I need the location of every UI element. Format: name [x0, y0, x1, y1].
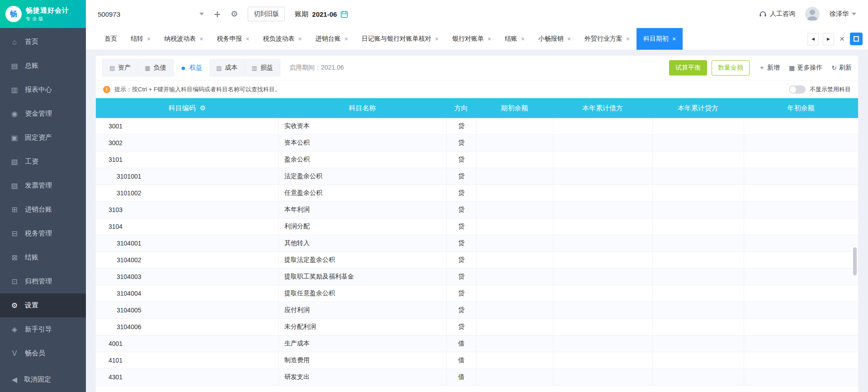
tab-close-icon[interactable]: ×	[298, 36, 302, 42]
brand-logo-icon: 畅	[5, 6, 22, 22]
subtab-label: 负债	[154, 64, 166, 72]
cell-name: 未分配利润	[278, 319, 446, 335]
sidebar-item-guide[interactable]: ◈新手引导	[0, 317, 86, 341]
calendar-icon	[340, 10, 348, 18]
cell-opening-balance	[476, 352, 553, 368]
tab-close-icon[interactable]: ×	[147, 36, 151, 42]
tabs-scroll-left-button[interactable]: ◀	[807, 33, 819, 45]
tab-银行对账单[interactable]: 银行对账单×	[445, 28, 498, 50]
cell-direction: 借	[446, 369, 476, 385]
table-row[interactable]: 3103本年利润贷	[96, 202, 858, 218]
table-row[interactable]: 3104005应付利润贷	[96, 302, 858, 319]
unpin-icon: ◀	[10, 375, 19, 384]
table-row[interactable]: 3002资本公积贷	[96, 135, 858, 151]
fullscreen-button[interactable]	[850, 33, 863, 45]
table-row[interactable]: 3104004提取任意盈余公积贷	[96, 285, 858, 302]
more-actions-icon: ▦	[789, 64, 795, 71]
sidebar-item-funds[interactable]: ◉资金管理	[0, 102, 86, 126]
sidebar-item-purchase-sale[interactable]: ⊞进销台账	[0, 198, 86, 222]
sidebar-item-payroll[interactable]: ▧工资	[0, 150, 86, 174]
sidebar-item-label: 新手引导	[25, 325, 52, 334]
user-menu[interactable]: 徐泽华	[830, 10, 856, 18]
tab-首页[interactable]: 首页	[98, 28, 124, 50]
tab-税负波动表[interactable]: 税负波动表×	[256, 28, 309, 50]
table-row[interactable]: 4301研发支出借	[96, 369, 858, 386]
tab-close-icon[interactable]: ×	[626, 36, 630, 42]
cell-code: 4001	[96, 335, 278, 352]
tabs-scroll-right-button[interactable]: ▶	[823, 33, 834, 45]
add-subject-button[interactable]: ＋ 新增	[759, 64, 780, 72]
table-row[interactable]: 3101002任意盈余公积贷	[96, 185, 858, 202]
subtab-profit-loss[interactable]: ▥损益	[245, 59, 280, 76]
sidebar-item-fixed-assets[interactable]: ▣固定资产	[0, 126, 86, 150]
sidebar-item-report-center[interactable]: ▥报表中心	[0, 78, 86, 102]
human-support-button[interactable]: 人工咨询	[759, 10, 795, 18]
more-actions-button[interactable]: ▦ 更多操作	[789, 64, 822, 72]
cell-ytd-credit	[652, 168, 744, 184]
subtab-cost[interactable]: ▨成本	[209, 59, 245, 76]
table-row[interactable]: 3104利润分配贷	[96, 218, 858, 235]
hide-disabled-subjects-toggle[interactable]	[789, 85, 806, 94]
table-row[interactable]: 3101盈余公积贷	[96, 151, 858, 168]
sidebar-item-tax[interactable]: ⊟税务管理	[0, 222, 86, 246]
add-account-set-button[interactable]: +	[214, 8, 221, 20]
sidebar-item-home[interactable]: ⌂首页	[0, 30, 86, 54]
table-row[interactable]: 4001生产成本借	[96, 335, 858, 352]
table-row[interactable]: 3104001其他转入贷	[96, 235, 858, 252]
accounting-period-control[interactable]: 账期 2021-06	[295, 10, 348, 19]
tab-close-icon[interactable]: ×	[521, 36, 524, 42]
sidebar-item-invoice[interactable]: ▨发票管理	[0, 174, 86, 198]
sidebar-item-archive[interactable]: ⊡归档管理	[0, 269, 86, 293]
switch-old-version-button[interactable]: 切到旧版	[248, 7, 285, 21]
column-header-ytd-debit: 本年累计借方	[553, 104, 652, 113]
tab-小畅报销[interactable]: 小畅报销×	[532, 28, 578, 50]
cell-direction: 贷	[446, 319, 476, 335]
table-row[interactable]: 4101制造费用借	[96, 352, 858, 369]
avatar[interactable]	[805, 7, 820, 21]
gear-icon[interactable]: ⚙	[231, 9, 238, 19]
tab-close-icon[interactable]: ×	[344, 36, 348, 42]
cell-direction: 贷	[446, 168, 476, 184]
sidebar-unpin-button[interactable]: ◀ 取消固定	[0, 367, 86, 392]
table-row[interactable]: 3104003提取职工奖励及福利基金贷	[96, 269, 858, 285]
tab-close-icon[interactable]: ×	[567, 36, 571, 42]
cell-ytd-credit	[652, 319, 744, 335]
sidebar-item-member[interactable]: V畅会员	[0, 341, 86, 365]
sidebar-item-settings[interactable]: ⚙设置	[0, 293, 86, 317]
sidebar-item-ledger[interactable]: ▤总账	[0, 54, 86, 78]
tab-日记账与银行对账单核对[interactable]: 日记账与银行对账单核对×	[355, 28, 445, 50]
tab-外贸行业方案[interactable]: 外贸行业方案×	[578, 28, 637, 50]
cell-ytd-credit	[652, 252, 744, 268]
tab-进销台账[interactable]: 进销台账×	[309, 28, 355, 50]
account-select[interactable]: 500973	[98, 10, 204, 18]
tab-科目期初[interactable]: 科目期初×	[637, 28, 683, 50]
sidebar-item-closing[interactable]: ⊠结账	[0, 246, 86, 269]
table-row[interactable]: 3001实收资本贷	[96, 118, 858, 135]
tab-结账[interactable]: 结账×	[498, 28, 531, 50]
cell-code: 3104006	[96, 319, 278, 335]
tab-close-icon[interactable]: ×	[487, 36, 491, 42]
refresh-button[interactable]: ↻ 刷新	[831, 64, 852, 72]
tab-税务申报[interactable]: 税务申报×	[210, 28, 256, 50]
subtab-asset[interactable]: ▤资产	[102, 59, 138, 76]
cell-code: 3001	[96, 118, 278, 134]
home-icon: ⌂	[10, 38, 19, 46]
quantity-amount-button[interactable]: 数量金额	[712, 60, 750, 76]
table-header-row: 科目编码 ⚙ 科目名称 方向 期初余额 本年累计借方 本年累计贷方 年初余额	[96, 98, 858, 118]
tab-close-icon[interactable]: ×	[199, 36, 203, 42]
table-row[interactable]: 3104006未分配利润贷	[96, 319, 858, 335]
trial-balance-button[interactable]: 试算平衡	[669, 60, 707, 76]
table-row[interactable]: 3101001法定盈余公积贷	[96, 168, 858, 185]
tab-纳税波动表[interactable]: 纳税波动表×	[157, 28, 210, 50]
tab-close-icon[interactable]: ×	[672, 36, 676, 42]
tab-结转[interactable]: 结转×	[124, 28, 157, 50]
tab-close-icon[interactable]: ×	[435, 36, 439, 42]
table-row[interactable]: 3104002提取法定盈余公积贷	[96, 252, 858, 269]
subtab-equity[interactable]: ☻权益	[174, 59, 210, 76]
close-all-tabs-icon[interactable]: ×	[838, 34, 846, 44]
tab-close-icon[interactable]: ×	[245, 36, 249, 42]
column-settings-gear-icon[interactable]: ⚙	[200, 104, 206, 112]
subtab-liability[interactable]: ▦负债	[138, 59, 173, 76]
vertical-scrollbar-thumb[interactable]	[853, 247, 857, 275]
topbar: 500973 + ⚙ 切到旧版 账期 2021-06	[86, 0, 868, 28]
